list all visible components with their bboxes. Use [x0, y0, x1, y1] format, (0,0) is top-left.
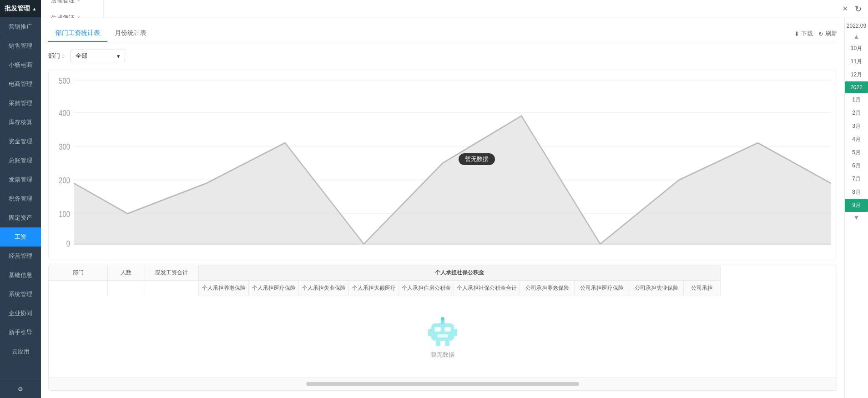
svg-rect-20: [454, 329, 457, 336]
col-company-more: 公司承担: [684, 281, 720, 296]
table-horizontal-scrollbar[interactable]: [306, 382, 579, 386]
sidebar-item-tax[interactable]: 税务管理: [0, 189, 41, 208]
group-sub-headers: 个人承担养老保险 个人承担医疗保险 个人承担失业保险 个人承担大额医疗 个人承担…: [199, 281, 720, 296]
sidebar-item-mini[interactable]: 小畅电商: [0, 55, 41, 75]
sidebar-item-sales[interactable]: 销售管理: [0, 36, 41, 55]
main-area: 首页门店商品目录×销售单×店铺管理×生成凭证×应收应付调整单×工资表×工资统计报…: [41, 0, 868, 398]
date-2022-12[interactable]: 12月: [845, 68, 868, 81]
tab-store_mgmt[interactable]: 店铺管理×: [45, 0, 104, 9]
tab-close-voucher[interactable]: ×: [77, 15, 80, 18]
col-company-pension: 公司承担养老保险: [520, 281, 575, 296]
date-2023-2[interactable]: 2月: [845, 106, 868, 120]
svg-point-18: [441, 317, 444, 321]
tab-close-store_mgmt[interactable]: ×: [77, 0, 80, 3]
sidebar-item-cloud[interactable]: 云应用: [0, 342, 41, 361]
chart-svg: 500 400 300 200 100 0: [49, 70, 837, 259]
tab-voucher[interactable]: 生成凭证×: [45, 9, 104, 19]
refresh-button[interactable]: ↻ 刷新: [818, 25, 837, 42]
date-panel-current-year: 2022.09: [846, 21, 867, 31]
col-personal-major-medical: 个人承担大额医疗: [349, 281, 399, 296]
sidebar-item-invoice[interactable]: 发票管理: [0, 170, 41, 189]
sidebar-settings[interactable]: ⚙: [0, 380, 41, 398]
svg-text:100: 100: [59, 210, 70, 219]
date-2023-9[interactable]: 9月: [845, 199, 868, 212]
sub-tabs: 部门工资统计表 月份统计表 ⬇ 下载 ↻ 刷新: [48, 25, 837, 42]
sidebar-item-ops[interactable]: 经营管理: [0, 247, 41, 266]
date-2023-5[interactable]: 5月: [845, 146, 868, 159]
sidebar-items-container: 营销推广销售管理小畅电商电商管理采购管理库存核算资金管理总账管理发票管理税务管理…: [0, 17, 41, 361]
sidebar-item-marketing[interactable]: 营销推广: [0, 17, 41, 36]
table-scrollbar-container[interactable]: [49, 377, 837, 390]
date-panel-up-nav[interactable]: ▲: [852, 31, 862, 42]
col-company-medical: 公司承担医疗保险: [575, 281, 629, 296]
data-table: 部门 人数 应发工资合计 个人承担社保公积金 个人承担养老保险 个人承担医疗保险: [48, 265, 837, 391]
sidebar-arrow-icon: ▲: [32, 6, 37, 11]
download-label: 下载: [801, 30, 813, 38]
col-company-unemployment: 公司承担失业保险: [629, 281, 684, 296]
col-personal-unemployment: 个人承担失业保险: [299, 281, 349, 296]
svg-rect-19: [428, 329, 431, 336]
svg-text:500: 500: [59, 76, 70, 85]
tab-items-container: 首页门店商品目录×销售单×店铺管理×生成凭证×应收应付调整单×工资表×工资统计报…: [45, 0, 104, 18]
sub-tab-month[interactable]: 月份统计表: [107, 25, 154, 42]
date-year-2022[interactable]: 2022: [845, 81, 868, 93]
table-col-count: 人数: [108, 265, 144, 296]
sidebar-item-guide[interactable]: 新手引导: [0, 323, 41, 342]
sidebar-item-basic[interactable]: 基础信息: [0, 266, 41, 285]
table-header-row: 部门 人数 应发工资合计 个人承担社保公积金 个人承担养老保险 个人承担医疗保险: [49, 265, 837, 296]
svg-rect-21: [436, 341, 440, 346]
refresh-tab-button[interactable]: ↻: [853, 2, 863, 16]
date-2023-7[interactable]: 7月: [845, 172, 868, 186]
date-2023-6[interactable]: 6月: [845, 159, 868, 172]
group-col-personal: 个人承担社保公积金 个人承担养老保险 个人承担医疗保险 个人承担失业保险 个人承…: [199, 265, 721, 296]
sidebar-item-payroll[interactable]: 工资: [0, 227, 41, 247]
sidebar-top-menu[interactable]: 批发管理 ▲: [0, 0, 41, 17]
sidebar-item-ecom[interactable]: 电商管理: [0, 75, 41, 94]
sidebar-item-corp[interactable]: 企业协同: [0, 304, 41, 323]
date-2023-8[interactable]: 8月: [845, 186, 868, 199]
chart-area: 500 400 300 200 100 0: [48, 70, 837, 259]
dept-select[interactable]: 全部 ▾: [71, 50, 125, 62]
svg-rect-13: [431, 323, 454, 341]
no-data-text: 暂无数据: [431, 351, 454, 359]
sidebar-item-system[interactable]: 系统管理: [0, 285, 41, 304]
toolbar: 部门： 全部 ▾: [48, 50, 837, 62]
date-2022-10[interactable]: 10月: [845, 42, 868, 55]
content-area: 部门工资统计表 月份统计表 ⬇ 下载 ↻ 刷新 部门：: [41, 18, 868, 398]
page-content: 部门工资统计表 月份统计表 ⬇ 下载 ↻ 刷新 部门：: [41, 18, 844, 398]
date-2023-3[interactable]: 3月: [845, 120, 868, 133]
sidebar-item-finance[interactable]: 资金管理: [0, 132, 41, 151]
col-personal-pension: 个人承担养老保险: [199, 281, 249, 296]
sidebar-item-purchase[interactable]: 采购管理: [0, 94, 41, 113]
svg-rect-16: [437, 334, 448, 338]
date-panel-down-nav[interactable]: ▼: [852, 212, 862, 223]
table-no-data: 暂无数据: [49, 296, 837, 377]
svg-rect-22: [445, 341, 449, 346]
svg-rect-14: [434, 327, 441, 332]
date-2023-1[interactable]: 1月: [845, 93, 868, 106]
close-all-tabs-button[interactable]: ×: [841, 2, 849, 15]
group-header-personal: 个人承担社保公积金: [199, 265, 720, 281]
col-personal-medical: 个人承担医疗保险: [249, 281, 299, 296]
col-header-count: 人数: [108, 265, 144, 281]
download-button[interactable]: ⬇ 下载: [794, 25, 813, 42]
tab-label-store_mgmt: 店铺管理: [51, 0, 75, 5]
table-col-dept: 部门: [49, 265, 108, 296]
no-data-robot-icon: [424, 314, 461, 351]
sidebar-item-general[interactable]: 总账管理: [0, 151, 41, 170]
date-2023-4[interactable]: 4月: [845, 133, 868, 146]
sidebar-item-inventory[interactable]: 库存核算: [0, 113, 41, 132]
sidebar-item-assets[interactable]: 固定资产: [0, 208, 41, 227]
col-personal-housing: 个人承担住房公积金: [399, 281, 454, 296]
download-icon: ⬇: [794, 30, 799, 37]
svg-text:400: 400: [59, 109, 70, 118]
date-2022-11[interactable]: 11月: [845, 55, 868, 68]
table-col-total: 应发工资合计: [144, 265, 199, 296]
sub-tab-dept[interactable]: 部门工资统计表: [48, 25, 107, 42]
dept-filter-label: 部门：: [48, 52, 66, 60]
col-header-total: 应发工资合计: [144, 265, 198, 281]
col-header-dept: 部门: [49, 265, 107, 281]
date-panel: 2022.09 ▲ 10月 11月 12月 2022 1月 2月 3月 4月 5…: [844, 18, 868, 398]
col-personal-total: 个人承担社保公积金合计: [454, 281, 520, 296]
tab-bar-actions: × ↻: [841, 2, 863, 16]
